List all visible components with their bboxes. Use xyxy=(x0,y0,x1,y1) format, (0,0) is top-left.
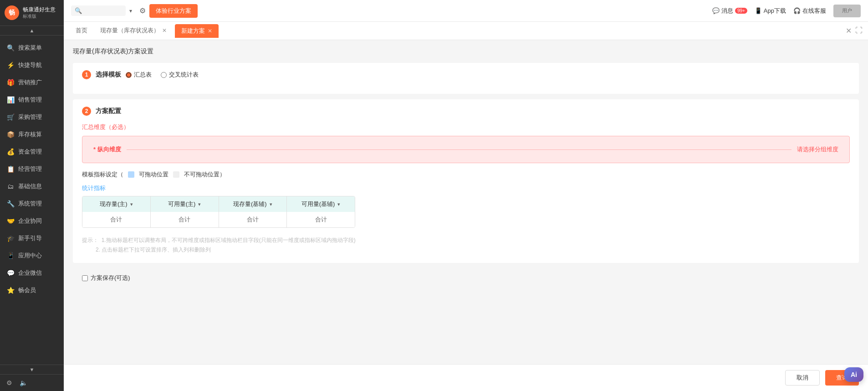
topbar-right: 💬 消息 99+ 📱 App下载 🎧 在线客服 用户 xyxy=(712,5,861,17)
sidebar-item-system[interactable]: 🔧 系统管理 xyxy=(0,195,64,212)
sidebar-item-label: 应用中心 xyxy=(18,252,42,260)
tips-section: 提示： 1.拖动标题栏可以调整布局，不可跨维度或指标区域拖动栏目字段(只能在同一… xyxy=(82,237,850,254)
inventory-icon: 📦 xyxy=(6,130,15,139)
sidebar-item-management[interactable]: 📋 经营管理 xyxy=(0,160,64,178)
topbar: 🔍 ▾ ⚙ 体验行业方案 💬 消息 99+ 📱 App下载 🎧 在线客服 用户 xyxy=(64,0,868,22)
metrics-config-label: 模板指标设定（ xyxy=(82,170,123,179)
cell-main-stock: 合计 xyxy=(82,212,151,227)
user-avatar[interactable]: 用户 xyxy=(833,5,861,17)
col-available-main-label: 可用量(主) xyxy=(168,200,196,208)
sidebar-item-apps[interactable]: 📱 应用中心 xyxy=(0,247,64,264)
tab-inventory[interactable]: 现存量（库存状况表） ✕ xyxy=(94,23,173,39)
settings-icon[interactable]: ⚙ xyxy=(6,379,12,386)
sidebar-nav: 🔍 搜索菜单 ⚡ 快捷导航 🎁 营销推广 📊 销售管理 🛒 采购管理 📦 库存核… xyxy=(0,36,64,365)
app-version: 标准版 xyxy=(23,13,56,20)
col-available-aux: 可用量(基辅) ▾ xyxy=(287,196,355,212)
section1-title: 选择模板 xyxy=(96,71,121,79)
col-available-main: 可用量(主) ▾ xyxy=(151,196,219,212)
section2-title: 方案配置 xyxy=(96,107,121,115)
col-available-aux-label: 可用量(基辅) xyxy=(301,200,335,208)
radio-crosstab-input[interactable] xyxy=(161,72,167,78)
sidebar-item-finance[interactable]: 💰 资金管理 xyxy=(0,143,64,160)
save-checkbox-input[interactable] xyxy=(82,275,88,281)
message-button[interactable]: 💬 消息 99+ xyxy=(712,7,747,15)
app-name: 畅康通好生意 xyxy=(23,6,56,14)
col-stock-aux: 现存量(基辅) ▾ xyxy=(219,196,287,212)
cancel-button[interactable]: 取消 xyxy=(785,370,820,386)
sidebar-item-newbie[interactable]: 🎓 新手引导 xyxy=(0,230,64,247)
sidebar-item-inventory[interactable]: 📦 库存核算 xyxy=(0,126,64,143)
col-stock-aux-label: 现存量(基辅) xyxy=(233,200,267,208)
online-service-button[interactable]: 🎧 在线客服 xyxy=(793,7,826,15)
tip1: 提示： 1.拖动标题栏可以调整布局，不可跨维度或指标区域拖动栏目字段(只能在同一… xyxy=(82,237,850,244)
sidebar-footer: ⚙ 🔈 xyxy=(0,374,64,391)
sidebar-item-nav[interactable]: ⚡ 快捷导航 xyxy=(0,57,64,74)
search-dropdown-button[interactable]: ▾ xyxy=(129,8,132,14)
col-stock-aux-dropdown[interactable]: ▾ xyxy=(270,201,272,207)
sidebar-item-label: 企业协同 xyxy=(18,217,42,225)
app-download-button[interactable]: 📱 App下载 xyxy=(755,7,786,15)
gear-icon[interactable]: ⚙ xyxy=(139,6,146,15)
management-icon: 📋 xyxy=(6,165,15,173)
sidebar-scroll-down[interactable]: ▼ xyxy=(0,365,64,374)
tip2: 2. 点击标题栏下拉可设置排序、插入列和删除列 xyxy=(82,246,850,254)
non-draggable-label: 不可拖动位置） xyxy=(184,170,225,179)
newbie-icon: 🎓 xyxy=(6,234,15,242)
radio-crosstab[interactable]: 交叉统计表 xyxy=(161,71,199,79)
save-checkbox-text: 方案保存(可选) xyxy=(91,274,130,282)
col-available-aux-dropdown[interactable]: ▾ xyxy=(337,201,340,207)
radio-summary-input[interactable] xyxy=(126,72,132,78)
close-panel-icon[interactable]: ✕ xyxy=(846,26,852,35)
save-checkbox-label[interactable]: 方案保存(可选) xyxy=(82,274,850,282)
col-available-main-dropdown[interactable]: ▾ xyxy=(198,201,201,207)
metrics-table-body: 合计 合计 合计 合计 xyxy=(82,212,355,227)
tab-inventory-label: 现存量（库存状况表） xyxy=(100,26,159,35)
col-main-stock-dropdown[interactable]: ▾ xyxy=(130,201,133,207)
metrics-config-header: 模板指标设定（ 可拖动位置 不可拖动位置） xyxy=(82,170,850,179)
section2-number: 2 xyxy=(82,107,91,116)
message-label: 消息 xyxy=(721,7,733,15)
sidebar-item-label: 新手引导 xyxy=(18,234,42,242)
radio-crosstab-label: 交叉统计表 xyxy=(169,71,199,79)
enterprise-icon: 🤝 xyxy=(6,217,15,225)
speaker-icon[interactable]: 🔈 xyxy=(20,379,27,386)
topbar-search-box[interactable]: 🔍 xyxy=(71,5,126,16)
tab-inventory-close-icon[interactable]: ✕ xyxy=(162,27,167,34)
footer-actions: 取消 查询 xyxy=(64,364,868,391)
search-input[interactable] xyxy=(84,8,120,14)
sidebar-item-sales[interactable]: 📊 销售管理 xyxy=(0,91,64,108)
sidebar-scroll-up[interactable]: ▲ xyxy=(0,26,64,36)
sidebar-item-vip[interactable]: ⭐ 畅会员 xyxy=(0,282,64,299)
sidebar-item-label: 资金管理 xyxy=(18,148,42,156)
sidebar-item-basic[interactable]: 🗂 基础信息 xyxy=(0,178,64,195)
expand-panel-icon[interactable]: ⛶ xyxy=(855,26,863,35)
ai-float-button[interactable]: Ai xyxy=(844,367,863,382)
tab-new-scheme[interactable]: 新建方案 ✕ xyxy=(175,24,219,38)
radio-summary[interactable]: 汇总表 xyxy=(126,71,152,79)
industry-solution-button[interactable]: 体验行业方案 xyxy=(149,4,198,18)
nav-icon: ⚡ xyxy=(6,61,15,69)
service-label: 在线客服 xyxy=(802,7,826,15)
dimension-area[interactable]: * 纵向维度 请选择分组维度 xyxy=(82,136,850,163)
tab-new-scheme-label: 新建方案 xyxy=(181,27,205,35)
sidebar-item-enterprise[interactable]: 🤝 企业协同 xyxy=(0,212,64,230)
sidebar-item-marketing[interactable]: 🎁 营销推广 xyxy=(0,74,64,91)
app-name-block: 畅康通好生意 标准版 xyxy=(23,6,56,20)
sidebar-item-label: 营销推广 xyxy=(18,78,42,87)
sidebar-item-search[interactable]: 🔍 搜索菜单 xyxy=(0,39,64,57)
sidebar-item-wechat[interactable]: 💬 企业微信 xyxy=(0,264,64,282)
page-title: 现存量(库存状况表)方案设置 xyxy=(73,47,859,56)
user-name: 用户 xyxy=(842,7,852,14)
draggable-label: 可拖动位置 xyxy=(139,170,168,179)
tab-home[interactable]: 首页 xyxy=(69,23,94,39)
tab-new-scheme-close-icon[interactable]: ✕ xyxy=(208,28,212,34)
section2-header: 2 方案配置 xyxy=(82,107,850,116)
page-content: 现存量(库存状况表)方案设置 1 选择模板 汇总表 交叉统计表 xyxy=(64,40,868,364)
non-draggable-badge-icon xyxy=(173,171,179,178)
sidebar-logo: 畅 畅康通好生意 标准版 xyxy=(0,0,64,26)
tabs-bar: 首页 现存量（库存状况表） ✕ 新建方案 ✕ ✕ ⛶ xyxy=(64,22,868,40)
cell-available-aux: 合计 xyxy=(287,212,355,227)
sidebar-item-purchase[interactable]: 🛒 采购管理 xyxy=(0,108,64,126)
basic-icon: 🗂 xyxy=(6,182,15,190)
col-main-stock-label: 现存量(主) xyxy=(100,200,128,208)
